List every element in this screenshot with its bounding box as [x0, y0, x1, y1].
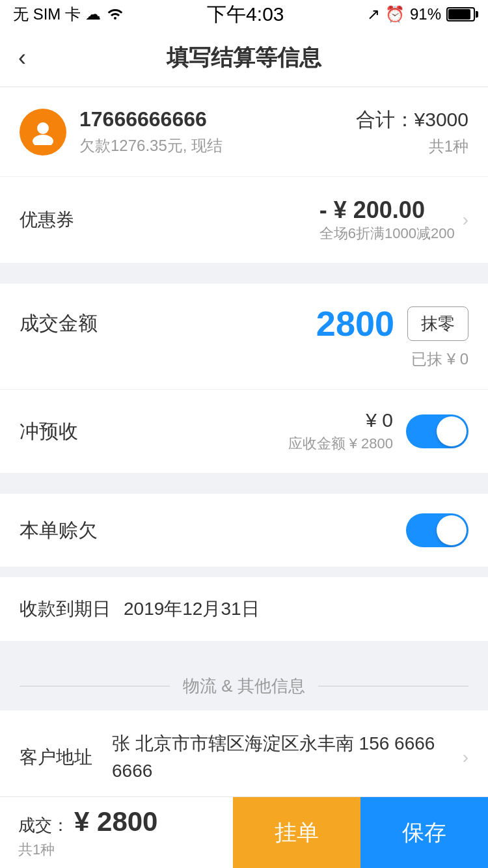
- pending-button[interactable]: 挂单: [233, 797, 360, 869]
- precollect-amount: ¥ 0: [288, 409, 393, 431]
- save-button[interactable]: 保存: [360, 797, 488, 869]
- bottom-amount-row: 成交： ¥ 2800: [18, 806, 215, 837]
- coupon-label: 优惠券: [20, 208, 74, 232]
- sim-status: 无 SIM 卡 ☁: [13, 4, 101, 25]
- avatar: [20, 109, 66, 156]
- status-right: ↗ ⏰ 91%: [367, 5, 475, 23]
- precollect-section: 冲预收 ¥ 0 应收金额 ¥ 2800: [0, 389, 488, 473]
- svg-point-1: [33, 135, 53, 145]
- precollect-sub: 应收金额 ¥ 2800: [288, 434, 393, 454]
- nav-bar: ‹ 填写结算等信息: [0, 29, 488, 87]
- address-label: 客户地址: [20, 745, 92, 770]
- bottom-deal-label: 成交：: [18, 814, 69, 837]
- precollect-toggle[interactable]: [406, 414, 468, 448]
- duedate-value: 2019年12月31日: [124, 597, 260, 621]
- bottom-info: 成交： ¥ 2800 共1种: [0, 806, 233, 860]
- divider-3: [0, 651, 488, 662]
- precollect-label: 冲预收: [20, 418, 78, 445]
- amount-inner: 成交金额 2800 抹零 已抹 ¥ 0: [0, 284, 488, 389]
- location-icon: ↗: [367, 5, 380, 23]
- debt-section: 本单赊欠: [0, 494, 488, 567]
- coupon-row[interactable]: 优惠券 - ¥ 200.00 全场6折满1000减200 ›: [0, 177, 488, 263]
- content-area: 17666666666 欠款1276.35元, 现结 合计：¥3000 共1种 …: [0, 87, 488, 868]
- divider-line-left: [20, 686, 170, 686]
- coupon-chevron-icon: ›: [463, 210, 468, 230]
- debt-toggle[interactable]: [406, 513, 468, 547]
- amount-row: 成交金额 2800 抹零: [20, 303, 468, 344]
- debt-label: 本单赊欠: [20, 517, 98, 544]
- amount-section: 成交金额 2800 抹零 已抹 ¥ 0 冲预收 ¥ 0 应收金额 ¥ 2800: [0, 284, 488, 473]
- battery-icon: [446, 7, 475, 21]
- amount-value: 2800: [316, 303, 394, 344]
- total-amount: 合计：¥3000: [356, 107, 468, 133]
- svg-point-0: [37, 122, 49, 134]
- nav-title: 填写结算等信息: [167, 43, 321, 73]
- precollect-right: ¥ 0 应收金额 ¥ 2800: [288, 409, 468, 454]
- bottom-bar: 成交： ¥ 2800 共1种 挂单 保存: [0, 796, 488, 868]
- round-button[interactable]: 抹零: [407, 306, 468, 341]
- back-button[interactable]: ‹: [18, 44, 26, 72]
- debt-toggle-knob: [437, 515, 467, 545]
- status-bar: 无 SIM 卡 ☁ 下午4:03 ↗ ⏰ 91%: [0, 0, 488, 29]
- amount-right: 2800 抹零: [316, 303, 468, 344]
- wifi-icon: [106, 5, 124, 23]
- bottom-count: 共1种: [18, 840, 215, 860]
- total-count: 共1种: [356, 136, 468, 157]
- divider-1: [0, 273, 488, 284]
- user-phone: 17666666666: [79, 107, 356, 131]
- amount-label: 成交金额: [20, 310, 98, 337]
- status-left: 无 SIM 卡 ☁: [13, 4, 124, 25]
- bottom-deal-value: ¥ 2800: [74, 806, 157, 837]
- address-value: 张 北京市市辖区海淀区永丰南 156 6666 6666: [112, 730, 463, 785]
- coupon-right: - ¥ 200.00 全场6折满1000减200 ›: [319, 197, 468, 243]
- toggle-knob: [437, 416, 467, 446]
- user-row: 17666666666 欠款1276.35元, 现结 合计：¥3000 共1种: [0, 87, 488, 177]
- divider-2: [0, 483, 488, 494]
- precollect-amount-block: ¥ 0 应收金额 ¥ 2800: [288, 409, 393, 454]
- user-total: 合计：¥3000 共1种: [356, 107, 468, 157]
- logistics-text: 物流 & 其他信息: [183, 675, 305, 698]
- coupon-info: - ¥ 200.00 全场6折满1000减200: [319, 197, 455, 243]
- user-coupon-card: 17666666666 欠款1276.35元, 现结 合计：¥3000 共1种 …: [0, 87, 488, 263]
- divider-line-right: [318, 686, 468, 686]
- coupon-discount: - ¥ 200.00: [319, 197, 455, 224]
- user-note: 欠款1276.35元, 现结: [79, 135, 356, 156]
- status-time: 下午4:03: [207, 1, 284, 28]
- user-info: 17666666666 欠款1276.35元, 现结: [79, 107, 356, 156]
- address-chevron-icon: ›: [463, 747, 468, 768]
- alarm-icon: ⏰: [385, 5, 405, 23]
- duedate-section: 收款到期日 2019年12月31日: [0, 577, 488, 641]
- logistics-divider: 物流 & 其他信息: [0, 662, 488, 711]
- battery-percent: 91%: [410, 5, 441, 23]
- coupon-desc: 全场6折满1000减200: [319, 224, 455, 243]
- precollect-row: 冲预收 ¥ 0 应收金额 ¥ 2800: [20, 409, 468, 454]
- duedate-label: 收款到期日: [20, 597, 111, 621]
- amount-sub-text: 已抹 ¥ 0: [20, 349, 468, 370]
- address-section[interactable]: 客户地址 张 北京市市辖区海淀区永丰南 156 6666 6666 ›: [0, 711, 488, 804]
